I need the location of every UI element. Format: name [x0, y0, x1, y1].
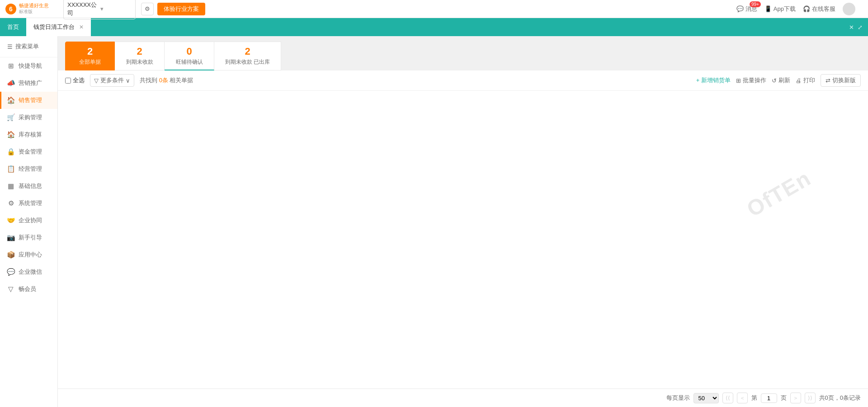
member-icon: ▽: [7, 285, 15, 293]
close-icon[interactable]: ✕: [79, 24, 84, 30]
tab-home[interactable]: 首页: [0, 18, 26, 36]
wechat-icon: 💬: [7, 268, 15, 276]
app-center-icon: 📦: [7, 251, 15, 259]
sidebar-item-cooperation[interactable]: 🤝 企业协同: [0, 212, 57, 229]
settings-button[interactable]: ⚙: [141, 3, 154, 15]
inventory-icon: 🏠: [7, 131, 15, 139]
avatar[interactable]: [843, 3, 855, 15]
print-button[interactable]: 🖨 打印: [796, 76, 815, 84]
sidebar-item-app-center[interactable]: 📦 应用中心: [0, 246, 57, 263]
sidebar-item-finance[interactable]: 🔒 资金管理: [0, 143, 57, 160]
last-page-button[interactable]: ⟩⟩: [805, 393, 816, 403]
first-page-button[interactable]: ⟨⟨: [722, 393, 733, 403]
basic-info-label: 基础信息: [19, 182, 42, 190]
prev-page-button[interactable]: ＜: [737, 393, 748, 403]
stat-tab-all[interactable]: 2 全部单据: [65, 42, 115, 70]
page-size-select[interactable]: 50 100 200: [693, 393, 719, 403]
online-service-button[interactable]: 🎧 在线客服: [803, 5, 835, 13]
tab-controls: ✕ ⤢: [844, 18, 868, 36]
member-label: 畅会员: [19, 285, 36, 293]
top-header: 6 畅捷通好生意 标准版 XXXXXX公司 ▾ ⚙ 体验行业方案 💬 消息 99…: [0, 0, 868, 18]
watermark: OfTEn: [743, 166, 816, 222]
switch-version-button[interactable]: ⇄ 切换新版: [821, 74, 861, 87]
logo-icon: 6: [5, 4, 16, 14]
logo-badge: 标准版: [19, 9, 49, 15]
search-menu-button[interactable]: ☰ 搜索菜单: [4, 40, 54, 53]
app-download-button[interactable]: 📱 App下载: [764, 5, 796, 13]
expand-icon[interactable]: ⤢: [858, 24, 863, 31]
message-badge: 99+: [750, 1, 761, 7]
logo-area: 6 畅捷通好生意 标准版: [5, 3, 63, 15]
guide-icon: 📷: [7, 234, 15, 242]
chevron-down-icon: ∨: [126, 77, 130, 84]
marketing-label: 营销推广: [19, 79, 42, 87]
sidebar-item-guide[interactable]: 📷 新手引导: [0, 229, 57, 246]
refresh-button[interactable]: ↺ 刷新: [772, 76, 790, 84]
chevron-down-icon: ▾: [100, 5, 132, 12]
app-center-label: 应用中心: [19, 251, 42, 259]
stat-tab-overdue[interactable]: 2 到期未收款: [115, 42, 165, 70]
finance-label: 资金管理: [19, 148, 42, 156]
system-label: 系统管理: [19, 199, 42, 207]
select-all-checkbox[interactable]: [65, 78, 71, 84]
print-icon: 🖨: [796, 77, 802, 84]
operations-icon: 📋: [7, 165, 15, 173]
filter-button[interactable]: ▽ 更多条件 ∨: [90, 74, 134, 87]
page-input[interactable]: [761, 393, 777, 403]
cooperation-icon: 🤝: [7, 216, 15, 225]
operations-label: 经营管理: [19, 165, 42, 173]
refresh-icon: ↺: [772, 77, 777, 84]
purchase-label: 采购管理: [19, 113, 42, 122]
quick-nav-label: 快捷导航: [19, 62, 42, 70]
stat-tab-pending[interactable]: 0 旺辅待确认: [165, 42, 214, 70]
pagination: 每页显示 50 100 200 ⟨⟨ ＜ 第 页 ＞ ⟩⟩ 共0页，0条记录: [58, 388, 868, 407]
per-page-label: 每页显示: [666, 394, 690, 402]
message-button[interactable]: 💬 消息 99+: [736, 5, 757, 13]
batch-operation-button[interactable]: ⊞ 批量操作: [736, 76, 766, 84]
finance-icon: 🔒: [7, 148, 15, 156]
system-icon: ⚙: [7, 199, 15, 207]
sidebar-item-operations[interactable]: 📋 经营管理: [0, 160, 57, 178]
sidebar-item-system[interactable]: ⚙ 系统管理: [0, 195, 57, 212]
company-selector[interactable]: XXXXXX公司 ▾: [63, 0, 136, 19]
switch-icon: ⇄: [826, 77, 830, 84]
sidebar-item-wechat[interactable]: 💬 企业微信: [0, 263, 57, 281]
sidebar-item-sales[interactable]: 🏠 销售管理: [0, 92, 57, 109]
guide-label: 新手引导: [19, 234, 42, 242]
sidebar-search-area: ☰ 搜索菜单: [0, 36, 57, 57]
toolbar: 全选 ▽ 更多条件 ∨ 共找到 0条 相关单据 + 新增销货单 ⊞ 批量操作 ↺…: [58, 70, 868, 91]
stat-count-all: 2: [76, 46, 104, 57]
experience-button[interactable]: 体验行业方案: [157, 3, 205, 15]
stat-count-shipped: 2: [225, 46, 270, 57]
sidebar-item-inventory[interactable]: 🏠 库存核算: [0, 126, 57, 143]
sidebar-item-member[interactable]: ▽ 畅会员: [0, 281, 57, 298]
found-number: 0条: [159, 77, 168, 84]
stat-label-shipped: 到期未收款 已出库: [225, 58, 270, 66]
add-sales-order-button[interactable]: + 新增销货单: [696, 76, 731, 84]
nav-tabs: 首页 钱货日清工作台 ✕ ✕ ⤢: [0, 18, 868, 36]
sidebar-item-basic-info[interactable]: ▦ 基础信息: [0, 178, 57, 195]
sidebar: ☰ 搜索菜单 ⊞ 快捷导航 📣 营销推广 🏠 销售管理 🛒 采购管理 🏠 库存核…: [0, 36, 58, 407]
service-icon: 🎧: [803, 5, 810, 12]
sidebar-item-quick-nav[interactable]: ⊞ 快捷导航: [0, 57, 57, 75]
content-area: 2 全部单据 2 到期未收款 0 旺辅待确认 2 到期未收款 已出库 全选: [58, 36, 868, 407]
message-icon: 💬: [736, 5, 744, 12]
tab-qianhuori[interactable]: 钱货日清工作台 ✕: [26, 18, 91, 36]
select-all-area: 全选: [65, 76, 85, 84]
stat-count-pending: 0: [175, 46, 203, 57]
refresh-label: 刷新: [778, 76, 790, 84]
sidebar-item-purchase[interactable]: 🛒 采购管理: [0, 109, 57, 126]
marketing-icon: 📣: [7, 79, 15, 87]
download-icon: 📱: [764, 5, 772, 12]
stat-tab-shipped[interactable]: 2 到期未收款 已出库: [214, 42, 281, 70]
purchase-icon: 🛒: [7, 113, 15, 122]
close-window-icon[interactable]: ✕: [849, 24, 854, 31]
stats-tabs: 2 全部单据 2 到期未收款 0 旺辅待确认 2 到期未收款 已出库: [58, 36, 868, 70]
found-count: 共找到 0条 相关单据: [140, 76, 193, 84]
next-page-button[interactable]: ＞: [790, 393, 801, 403]
cooperation-label: 企业协同: [19, 216, 42, 225]
filter-label: 更多条件: [100, 76, 124, 84]
main-layout: ☰ 搜索菜单 ⊞ 快捷导航 📣 营销推广 🏠 销售管理 🛒 采购管理 🏠 库存核…: [0, 36, 868, 407]
sidebar-item-marketing[interactable]: 📣 营销推广: [0, 75, 57, 92]
page-text: 第: [751, 394, 757, 402]
